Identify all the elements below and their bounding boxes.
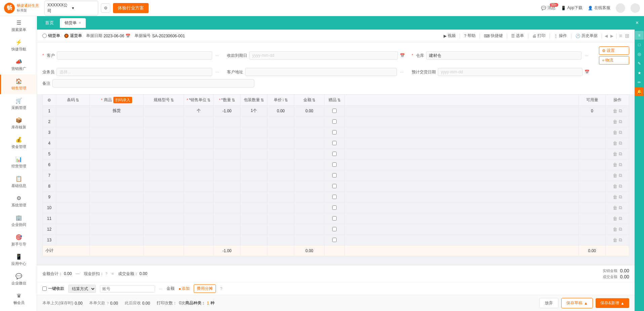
qty-sort[interactable]: * *数量 ⇅ [216, 97, 237, 103]
cell-gift[interactable] [325, 192, 345, 202]
tab-close-top[interactable]: × [636, 20, 639, 26]
gift-checkbox[interactable] [332, 141, 337, 145]
cell-product[interactable] [90, 127, 144, 138]
select-btn[interactable]: ☰ 选单 [510, 32, 525, 39]
customer-addr-input[interactable] [245, 68, 397, 76]
cell-product[interactable] [90, 138, 144, 149]
barcode-sort[interactable]: 条码 ⇅ [59, 97, 87, 103]
float-btn-eye[interactable]: ◎ [635, 50, 644, 59]
copy-icon[interactable]: ⧉ [619, 172, 622, 178]
delete-icon[interactable]: 🗑 [613, 108, 617, 114]
copy-icon[interactable]: ⧉ [619, 205, 622, 210]
cell-product[interactable] [90, 159, 144, 170]
expected-delivery-input[interactable] [438, 68, 582, 76]
price-sort[interactable]: 单价 ℹ ⇅ [270, 97, 291, 103]
sidebar-item-marketing[interactable]: 📣 营销推广 [0, 55, 37, 75]
remark-input[interactable] [52, 79, 254, 87]
delete-icon[interactable]: 🗑 [613, 119, 617, 124]
cell-product[interactable] [90, 202, 144, 213]
save-draft-btn[interactable]: 保存草稿 ▲ [561, 298, 593, 308]
sidebar-item-finance[interactable]: 💰 资金管理 [0, 133, 37, 153]
unit-sort[interactable]: * *销售单位 ⇅ [187, 97, 211, 103]
operate-btn[interactable]: ⋮ 操作 [553, 32, 568, 39]
delete-icon[interactable]: 🗑 [613, 141, 617, 146]
logistics-btn[interactable]: + 物流 [599, 56, 629, 65]
delete-icon[interactable]: 🗑 [613, 237, 617, 243]
cell-gift[interactable] [325, 213, 345, 224]
view-list-icon[interactable]: ≡ [619, 33, 622, 39]
copy-icon[interactable]: ⧉ [619, 226, 622, 232]
account-input[interactable] [100, 285, 155, 293]
radio-return-order[interactable]: 退货单 [64, 33, 82, 39]
float-btn-notify[interactable]: 🔔 [635, 87, 644, 96]
gift-checkbox[interactable] [332, 119, 337, 124]
radio-return-input[interactable] [64, 34, 69, 38]
online-service-btn[interactable]: 👤 在线客服 [588, 5, 610, 11]
delete-icon[interactable]: 🗑 [613, 216, 617, 221]
gift-checkbox[interactable] [332, 130, 337, 134]
customer-addr-more-btn[interactable]: ··· [399, 70, 405, 74]
delete-icon[interactable]: 🗑 [613, 162, 617, 167]
expense-split-btn[interactable]: 费用分摊 [194, 284, 216, 293]
copy-icon[interactable]: ⧉ [619, 108, 622, 114]
cell-product[interactable] [90, 116, 144, 127]
tab-close-icon[interactable]: × [79, 21, 81, 25]
scan-btn[interactable]: 扫码录入 [113, 97, 132, 103]
sidebar-item-guide[interactable]: 🎯 新手引导 [0, 231, 37, 250]
shortcut-btn[interactable]: ⌨ 快捷键 [483, 32, 504, 39]
float-btn-edit[interactable]: ✎ [635, 59, 644, 68]
calendar-icon[interactable]: 📅 [125, 34, 130, 38]
radio-sale-input[interactable] [42, 34, 47, 38]
warehouse-more-btn[interactable]: ··· [583, 53, 590, 58]
gift-checkbox[interactable] [332, 216, 337, 221]
delete-icon[interactable]: 🗑 [613, 194, 617, 200]
gift-checkbox[interactable] [332, 173, 337, 178]
salesperson-input[interactable] [56, 68, 212, 76]
sidebar-item-enterprise[interactable]: 🏢 企业协同 [0, 211, 37, 231]
cell-gift[interactable] [325, 127, 345, 138]
cell-gift[interactable] [325, 235, 345, 245]
copy-icon[interactable]: ⧉ [619, 194, 622, 200]
warehouse-input[interactable] [426, 51, 581, 60]
sidebar-item-operations[interactable]: 📊 经营管理 [0, 153, 37, 172]
gift-checkbox[interactable] [332, 205, 337, 210]
sidebar-item-sales[interactable]: 🏠 销售管理 [0, 75, 37, 94]
float-btn-list[interactable]: ≡ [635, 31, 644, 40]
video-btn[interactable]: ▶ 视频 [442, 32, 457, 39]
delivery-calendar-icon[interactable]: 📅 [584, 70, 590, 74]
delete-icon[interactable]: 🗑 [613, 173, 617, 178]
sidebar-settings-btn[interactable]: ⚙ [0, 309, 37, 311]
sidebar-item-app-center[interactable]: 📱 应用中心 [0, 250, 37, 270]
add-btn[interactable]: ● 添加 [179, 286, 190, 291]
gift-checkbox[interactable] [332, 195, 337, 199]
delete-icon[interactable]: 🗑 [613, 151, 617, 157]
help-btn[interactable]: ? 帮助 [463, 32, 477, 39]
cell-gift[interactable] [325, 106, 345, 116]
spec-sort[interactable]: 规格型号 ⇅ [146, 97, 181, 103]
sidebar-item-wechat[interactable]: 💬 企业微信 [0, 270, 37, 289]
sidebar-item-search[interactable]: ☰ 搜索菜单 [0, 16, 37, 36]
cell-product[interactable] [90, 192, 144, 202]
copy-icon[interactable]: ⧉ [619, 162, 622, 167]
cell-gift[interactable] [325, 149, 345, 159]
print-btn[interactable]: 🖨 打印 [531, 32, 547, 39]
copy-icon[interactable]: ⧉ [619, 183, 622, 189]
cell-product[interactable] [90, 224, 144, 235]
view-grid-icon[interactable]: ⊞ [625, 33, 629, 39]
experience-btn[interactable]: 体验行业方案 [113, 3, 149, 13]
arrears-info-icon[interactable]: ? [107, 301, 109, 305]
settings-btn[interactable]: ⚙ 设置 [599, 46, 629, 55]
cell-gift[interactable] [325, 181, 345, 192]
float-btn-grid[interactable]: □ [635, 40, 644, 49]
copy-icon[interactable]: ⧉ [619, 237, 622, 243]
float-btn-star[interactable]: ★ [635, 69, 644, 77]
payment-due-input[interactable] [249, 51, 398, 60]
gift-checkbox[interactable] [332, 238, 337, 242]
abandon-btn[interactable]: 放弃 [539, 298, 559, 308]
gift-checkbox[interactable] [332, 227, 337, 231]
cell-gift[interactable] [325, 170, 345, 181]
cell-gift[interactable] [325, 224, 345, 235]
history-btn[interactable]: 🕐 历史单据 [574, 32, 599, 39]
sidebar-item-purchase[interactable]: 🛒 采购管理 [0, 94, 37, 114]
tab-home[interactable]: 首页 [40, 18, 59, 28]
